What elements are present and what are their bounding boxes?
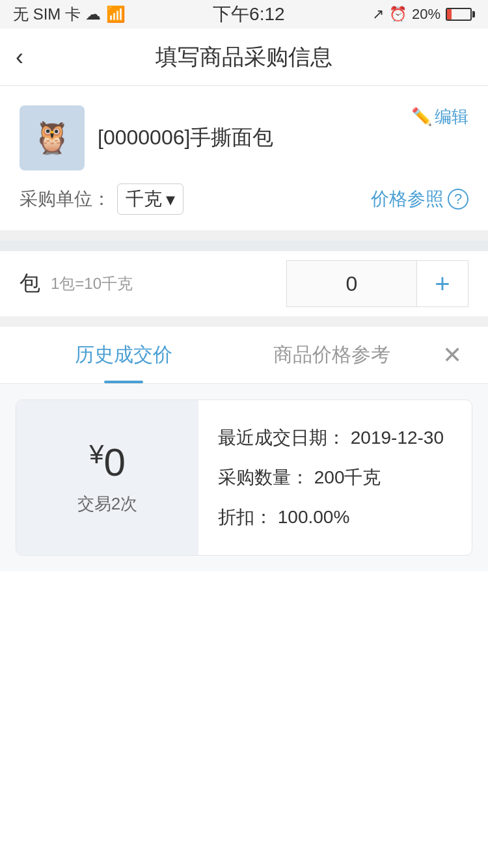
qty-controls: 0 + [286,260,468,307]
price-amount: 0 [103,440,125,485]
status-bar: 无 SIM 卡 ☁ 📶 下午6:12 ↗ ⏰ 20% [0,0,488,29]
edit-button[interactable]: ✏️ 编辑 [411,105,468,128]
purchase-qty-value: 200千克 [314,467,381,487]
currency-symbol: ¥ [89,440,103,469]
unit-value: 千克 [126,187,162,211]
status-left: 无 SIM 卡 ☁ 📶 [13,4,126,25]
qty-unit: 包 [20,269,40,298]
tab-history-label: 历史成交价 [75,342,172,368]
price-panel: ¥ 0 交易2次 最近成交日期： 2019-12-30 采购数量： 200千克 … [0,384,488,571]
discount-label: 折扣： [218,507,273,527]
recent-date-row: 最近成交日期： 2019-12-30 [218,424,452,453]
tab-product-price[interactable]: 商品价格参考 [228,327,436,383]
tab-indicator [104,381,143,383]
product-name: [0000006]手撕面包 [98,124,273,152]
purchase-qty-label: 采购数量： [218,467,309,487]
price-summary: ¥ 0 交易2次 [16,400,198,555]
price-amount-display: ¥ 0 [89,440,126,485]
price-details: 最近成交日期： 2019-12-30 采购数量： 200千克 折扣： 100.0… [198,400,472,555]
tab-product-label: 商品价格参考 [273,342,390,368]
alarm-icon: ⏰ [389,6,407,23]
purchase-qty-row: 采购数量： 200千克 [218,463,452,493]
wifi-icon: 📶 [106,5,126,23]
close-icon: ✕ [442,342,462,369]
nav-bar: ‹ 填写商品采购信息 [0,29,488,86]
edit-label: 编辑 [435,105,468,128]
dropdown-icon: ▾ [166,189,175,210]
close-button[interactable]: ✕ [436,342,468,369]
tab-bar: 历史成交价 商品价格参考 ✕ [0,327,488,384]
qty-value: 0 [346,272,358,296]
back-button[interactable]: ‹ [16,44,23,71]
page-title: 填写商品采购信息 [156,42,332,72]
recent-date-value: 2019-12-30 [351,427,444,448]
price-card: ¥ 0 交易2次 最近成交日期： 2019-12-30 采购数量： 200千克 … [16,400,472,556]
discount-value: 100.00% [278,507,350,527]
divider [0,241,488,251]
product-left: 🦉 [0000006]手撕面包 [20,105,273,170]
discount-row: 折扣： 100.00% [218,503,452,532]
product-header: 🦉 [0000006]手撕面包 ✏️ 编辑 [20,105,468,170]
product-unit-row: 采购单位： 千克 ▾ 价格参照 ? [20,183,468,230]
price-ref-button[interactable]: 价格参照 ? [371,187,468,211]
trade-count: 交易2次 [77,493,137,515]
recent-date-label: 最近成交日期： [218,427,346,448]
owl-icon: 🦉 [33,122,72,154]
product-thumbnail: 🦉 [29,115,75,161]
plus-icon: + [435,269,450,299]
qty-plus-button[interactable]: + [416,260,468,307]
qty-label: 包 1包=10千克 [20,269,133,298]
question-icon: ? [448,189,468,210]
qty-hint: 1包=10千克 [51,273,133,294]
unit-selector[interactable]: 千克 ▾ [117,183,183,215]
price-ref-label: 价格参照 [371,187,444,211]
product-image: 🦉 [20,105,85,170]
tab-history-price[interactable]: 历史成交价 [20,327,228,383]
status-time: 下午6:12 [213,2,285,27]
location-icon: ↗ [372,6,384,23]
sim-status: 无 SIM 卡 ☁ [13,4,101,25]
battery-icon [446,8,475,21]
status-right: ↗ ⏰ 20% [372,6,475,23]
page-content [0,571,488,868]
edit-icon: ✏️ [411,107,432,127]
back-icon: ‹ [16,44,23,70]
quantity-row: 包 1包=10千克 0 + [0,251,488,316]
product-card: 🦉 [0000006]手撕面包 ✏️ 编辑 采购单位： 千克 ▾ 价格参照 ? [0,86,488,230]
qty-input[interactable]: 0 [286,260,416,307]
battery-percent: 20% [412,6,441,23]
unit-label: 采购单位： [20,187,111,211]
